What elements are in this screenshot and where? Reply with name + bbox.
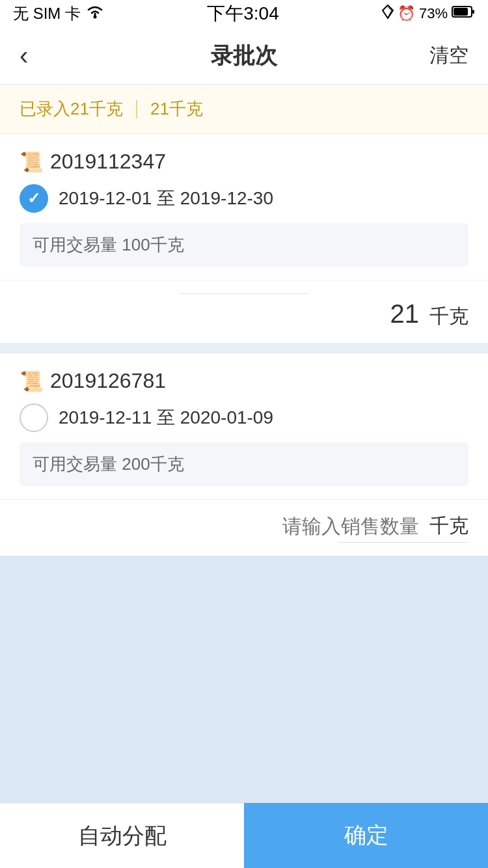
summary-bar: 已录入21千克 21千克: [0, 85, 488, 134]
status-left: 无 SIM 卡: [13, 3, 104, 24]
batch-id-2: 2019126781: [50, 369, 166, 393]
bottom-bar: 自动分配 确定: [0, 803, 488, 868]
summary-divider: [136, 100, 137, 118]
input-divider-2: [338, 542, 468, 543]
batch-date-2: 2019-12-11 至 2020-01-09: [59, 405, 273, 430]
amount-divider-1: [179, 293, 309, 294]
batch-item-2: 📜 2019126781 2019-12-11 至 2020-01-09 可用交…: [0, 353, 488, 556]
status-bar: 无 SIM 卡 下午3:04 ⏰ 73%: [0, 0, 488, 27]
batch-id-1: 2019112347: [50, 150, 166, 174]
radio-checked-1[interactable]: [20, 184, 48, 213]
status-time: 下午3:04: [207, 1, 279, 26]
battery-text: 73%: [419, 5, 448, 22]
svg-rect-3: [472, 10, 474, 14]
batch-item-1: 📜 2019112347 2019-12-01 至 2019-12-30 可用交…: [0, 134, 488, 343]
page-title: 录批次: [211, 41, 277, 71]
content-wrapper: 已录入21千克 21千克 📜 2019112347 2019-12-01 至 2…: [0, 85, 488, 868]
batch-date-row-1[interactable]: 2019-12-01 至 2019-12-30: [0, 179, 488, 218]
radio-unchecked-2[interactable]: [20, 403, 48, 432]
wifi-icon: [86, 5, 104, 23]
svg-rect-2: [454, 8, 468, 16]
alarm-icon: ⏰: [398, 5, 415, 22]
confirm-button[interactable]: 确定: [244, 803, 488, 868]
status-right: ⏰ 73%: [382, 5, 475, 23]
section-divider: [0, 343, 488, 353]
batch-header-2: 📜 2019126781: [0, 353, 488, 398]
batch-icon-1: 📜: [20, 150, 44, 173]
amount-row-1: 21 千克: [0, 280, 488, 343]
summary-label: 已录入21千克: [20, 98, 123, 120]
batch-icon-2: 📜: [20, 370, 44, 392]
batch-header-1: 📜 2019112347: [0, 134, 488, 179]
amount-unit-1: 千克: [429, 303, 468, 330]
location-icon: [382, 5, 394, 23]
batch-quota-text-2: 可用交易量 200千克: [33, 454, 184, 474]
input-row-2: 千克: [0, 499, 488, 556]
empty-area: [0, 556, 488, 803]
batch-quota-row-1: 可用交易量 100千克: [20, 223, 468, 267]
sim-status: 无 SIM 卡: [13, 3, 81, 24]
battery-icon: [452, 5, 475, 22]
clear-button[interactable]: 清空: [429, 42, 468, 69]
nav-bar: ‹ 录批次 清空: [0, 27, 488, 85]
batch-date-1: 2019-12-01 至 2019-12-30: [59, 186, 273, 211]
summary-value: 21千克: [150, 98, 203, 120]
auto-distribute-button[interactable]: 自动分配: [0, 803, 244, 868]
amount-value-1: 21: [390, 299, 420, 329]
batch-date-row-2[interactable]: 2019-12-11 至 2020-01-09: [0, 398, 488, 437]
batch-quota-text-1: 可用交易量 100千克: [33, 235, 184, 254]
quantity-input-2[interactable]: [159, 515, 419, 537]
batch-quota-row-2: 可用交易量 200千克: [20, 442, 468, 486]
svg-point-0: [94, 16, 97, 19]
back-button[interactable]: ‹: [20, 41, 59, 70]
input-unit-2: 千克: [429, 513, 468, 539]
